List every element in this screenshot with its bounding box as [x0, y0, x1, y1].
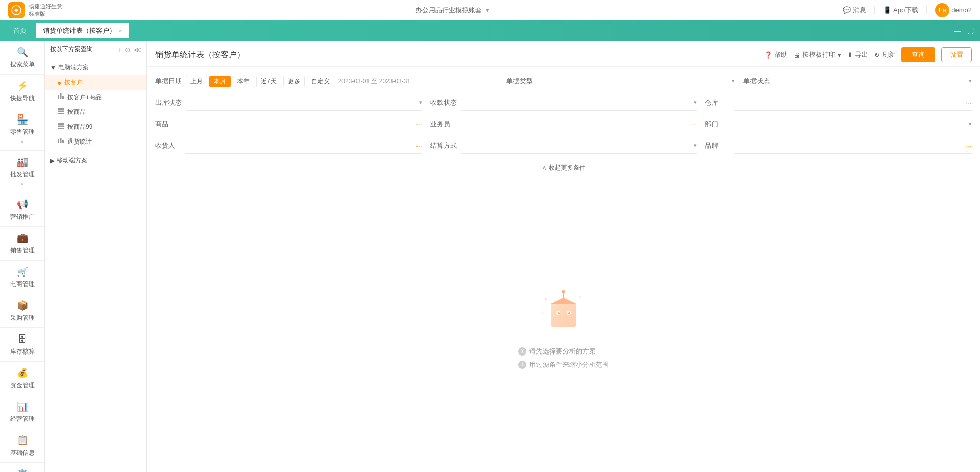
dropdown-icon[interactable]: ▾: [486, 6, 489, 14]
scheme-item-return-stats[interactable]: 退货统计: [45, 134, 146, 149]
refresh-button[interactable]: ↻ 刷新: [874, 50, 895, 59]
receipt-status-input-container[interactable]: ▾: [461, 95, 697, 111]
order-type-input-container[interactable]: ▾: [537, 73, 735, 89]
query-button[interactable]: 查询: [901, 47, 935, 62]
salesperson-dots[interactable]: ···: [691, 120, 697, 128]
date-btn-last-month[interactable]: 上月: [186, 76, 207, 87]
product-input[interactable]: [185, 118, 416, 130]
user-menu[interactable]: Ea demo2: [935, 3, 972, 17]
scheme-add-button[interactable]: +: [117, 45, 121, 54]
right-content: 销货单统计表（按客户） ❓ 帮助 🖨 按模板打印 ▾ ⬇ 导出: [147, 41, 980, 472]
product-dots[interactable]: ···: [416, 120, 422, 128]
tab-statistics[interactable]: 销货单统计表（按客户） ×: [36, 23, 129, 38]
tab-home[interactable]: 首页: [6, 23, 34, 38]
sidebar-item-retail[interactable]: 🏪 零售管理 ▲: [0, 108, 44, 151]
svg-rect-12: [62, 140, 64, 143]
filter-warehouse: 仓库 ···: [705, 95, 972, 111]
scheme-item-by-customer[interactable]: ● 按客户: [45, 75, 146, 90]
date-btn-more[interactable]: 更多: [283, 76, 305, 87]
svg-rect-13: [551, 304, 576, 327]
sidebar-item-marketing[interactable]: 📢 营销推广: [0, 193, 44, 227]
svg-marker-14: [551, 298, 576, 304]
sidebar-item-sales[interactable]: 💼 销售管理: [0, 227, 44, 261]
warehouse-input[interactable]: [734, 97, 966, 108]
order-status-input-container[interactable]: ▾: [774, 73, 972, 89]
scheme-item-product-99[interactable]: 按商品99: [45, 120, 146, 134]
receipt-status-input[interactable]: [461, 97, 694, 108]
sidebar-item-quick[interactable]: ⚡ 快捷导航: [0, 75, 44, 108]
warehouse-input-container[interactable]: ···: [734, 95, 972, 111]
order-status-input[interactable]: [774, 75, 969, 87]
filter-receipt-status: 收款状态 ▾: [430, 95, 697, 111]
brand-input-container[interactable]: ···: [734, 137, 972, 154]
date-btn-this-month[interactable]: 本月: [209, 76, 231, 87]
settings-button[interactable]: 设置: [941, 47, 972, 62]
export-button[interactable]: ⬇ 导出: [847, 50, 868, 59]
empty-tip-1: ① 请先选择要分析的方案: [518, 345, 609, 358]
filter-row-2: 出库状态 ▾ 收款状态 ▾ 仓库: [155, 95, 972, 111]
brand-label: 品牌: [705, 141, 730, 150]
sidebar-item-operations[interactable]: 📊 经营管理: [0, 395, 44, 429]
salesperson-input-container[interactable]: ···: [460, 116, 697, 132]
payment-input[interactable]: [461, 139, 694, 151]
app-download-button[interactable]: 📱 App下载: [883, 6, 918, 15]
brand-dots[interactable]: ···: [966, 141, 972, 150]
collapse-button[interactable]: ∧ 收起更多条件: [155, 159, 972, 176]
recipient-dots[interactable]: ···: [416, 141, 422, 150]
help-button[interactable]: ❓ 帮助: [764, 50, 788, 59]
svg-text:✦: ✦: [578, 294, 582, 300]
salesperson-label: 业务员: [430, 120, 456, 129]
scheme-group-desktop-title[interactable]: ▼ 电脑端方案: [45, 60, 146, 75]
product-input-container[interactable]: ···: [185, 116, 422, 132]
avatar: Ea: [935, 3, 949, 17]
maximize-button[interactable]: ⛶: [967, 27, 974, 35]
out-status-input[interactable]: [186, 97, 419, 108]
brand-input[interactable]: [734, 139, 966, 151]
logo-icon: [8, 2, 24, 18]
sidebar-item-search[interactable]: 🔍 搜索菜单: [0, 41, 44, 75]
sidebar-item-wholesale[interactable]: 🏭 批发管理 ▲: [0, 151, 44, 193]
sidebar-item-purchase[interactable]: 📦 采购管理: [0, 294, 44, 328]
date-btn-custom[interactable]: 自定义: [307, 76, 334, 87]
order-type-input[interactable]: [537, 75, 732, 87]
sidebar-item-basic[interactable]: 📋 基础信息: [0, 429, 44, 463]
date-btn-7days[interactable]: 近7天: [256, 76, 281, 87]
sidebar-label-operations: 经营管理: [10, 415, 35, 423]
date-btn-this-year[interactable]: 本年: [233, 76, 254, 87]
print-button[interactable]: 🖨 按模板打印 ▾: [794, 50, 841, 59]
recipient-input-container[interactable]: ···: [185, 137, 422, 154]
messages-button[interactable]: 💬 消息: [843, 6, 866, 15]
page-layout: 按以下方案查询 + ⊙ ≪ ▼ 电脑端方案 ● 按客户: [45, 41, 980, 472]
print-dropdown-icon[interactable]: ▾: [838, 51, 841, 59]
dept-input-container[interactable]: ▾: [734, 116, 972, 132]
svg-point-18: [568, 312, 570, 314]
dept-input[interactable]: [734, 118, 969, 130]
scheme-group-mobile-title[interactable]: ▶ 移动端方案: [45, 153, 146, 168]
mobile-group-label: 移动端方案: [57, 156, 87, 165]
wholesale-icon: 🏭: [17, 156, 28, 169]
scheme-collapse-button[interactable]: ≪: [134, 45, 141, 54]
sidebar-label-finance: 资金管理: [10, 381, 35, 390]
sidebar-item-ecommerce[interactable]: 🛒 电商管理: [0, 261, 44, 294]
scheme-item-by-product[interactable]: 按商品: [45, 105, 146, 120]
sidebar: 🔍 搜索菜单 ⚡ 快捷导航 🏪 零售管理 ▲ 🏭 批发管理 ▲ 📢 营销推广 💼…: [0, 41, 45, 472]
sidebar-item-system[interactable]: ⚙️ 系统管理: [0, 463, 44, 472]
out-status-input-container[interactable]: ▾: [186, 95, 422, 111]
dept-arrow: ▾: [969, 121, 972, 127]
scheme-item-customer-product[interactable]: 按客户+商品: [45, 90, 146, 105]
filter-salesperson: 业务员 ···: [430, 116, 697, 132]
warehouse-dots[interactable]: ···: [966, 99, 972, 107]
divider2: [926, 6, 927, 14]
sidebar-item-finance[interactable]: 💰 资金管理: [0, 362, 44, 395]
tab-bar-right: — ⛶: [954, 27, 974, 35]
svg-rect-3: [62, 96, 64, 99]
sidebar-item-inventory[interactable]: 🗄 库存核算: [0, 328, 44, 362]
retail-icon: 🏪: [17, 113, 28, 126]
minimize-button[interactable]: —: [954, 27, 961, 35]
payment-input-container[interactable]: ▾: [461, 137, 697, 154]
tab-close-icon[interactable]: ×: [119, 28, 122, 34]
scheme-settings-button[interactable]: ⊙: [125, 45, 131, 54]
salesperson-input[interactable]: [460, 118, 691, 130]
date-range-display: 2023-03-01 至 2023-03-31: [338, 77, 410, 86]
recipient-input[interactable]: [185, 139, 416, 151]
